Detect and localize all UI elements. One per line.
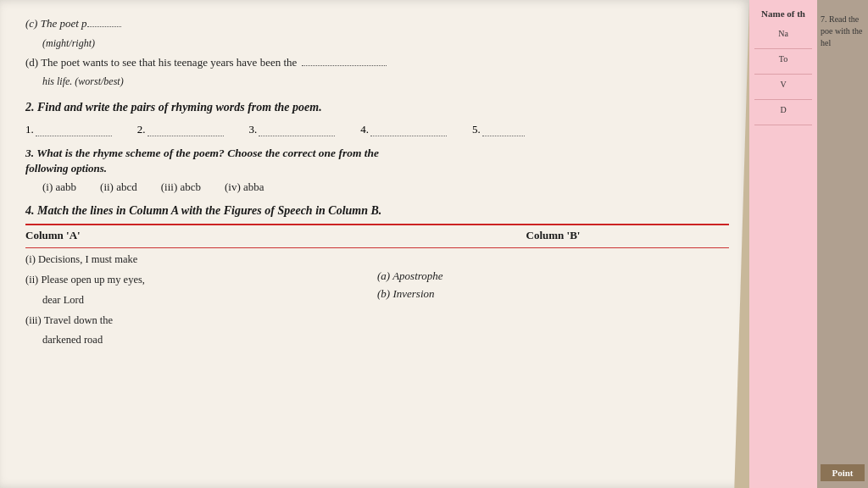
option-iv: (iv) abba <box>225 180 264 194</box>
rhyming-blanks: 1. 2. 3. 4. 5. <box>25 123 729 136</box>
column-a: Column 'A' (i) Decisions, I must make (i… <box>25 224 377 352</box>
column-b: Column 'B' (a) Apostrophe (b) Inversion <box>377 224 729 352</box>
sidebar-row-4: D <box>754 100 812 125</box>
col-a-header: Column 'A' <box>25 229 377 242</box>
section-3: 3. What is the rhyme scheme of the poem?… <box>25 145 729 194</box>
sidebar-row-3: V <box>754 75 812 100</box>
col-b-underline <box>377 247 729 248</box>
section-4-title: 4. Match the lines in Column A with the … <box>25 202 729 219</box>
col-a-item-3b: darkened road <box>42 332 377 348</box>
far-right-column: 7. Read the poe with the hel Point <box>817 0 868 488</box>
content-top: (c) The poet p (might/right) (d) The poe… <box>25 15 729 89</box>
point-box: Point <box>821 464 865 481</box>
col-a-item-2b: dear Lord <box>42 292 377 308</box>
option-c: (c) The poet p <box>25 15 729 32</box>
right-sidebar: Name of th Na To V D <box>749 0 817 488</box>
section-2: 2. Find and write the pairs of rhyming w… <box>25 99 729 136</box>
rhyme-options: (i) aabb (ii) abcd (iii) abcb (iv) abba <box>42 180 729 194</box>
section-3-title: 3. What is the rhyme scheme of the poem?… <box>25 145 729 162</box>
book-page: (c) The poet p (might/right) (d) The poe… <box>0 0 749 488</box>
col-b-header: Column 'B' <box>377 229 729 242</box>
section-4: 4. Match the lines in Column A with the … <box>25 202 729 352</box>
option-i: (i) aabb <box>42 180 76 194</box>
col-a-item-3: (iii) Travel down the <box>25 313 377 329</box>
option-iii: (iii) abcb <box>161 180 201 194</box>
col-a-item-1: (i) Decisions, I must make <box>25 252 377 268</box>
col-a-underline <box>25 247 377 248</box>
sidebar-row-2: To <box>754 49 812 75</box>
col-b-item-b: (b) Inversion <box>377 287 729 301</box>
columns-wrapper: Column 'A' (i) Decisions, I must make (i… <box>25 224 729 352</box>
sidebar-row-1: Na <box>754 24 812 49</box>
option-ii: (ii) abcd <box>100 180 137 194</box>
col-b-item-a: (a) Apostrophe <box>377 269 729 283</box>
read-section: 7. Read the poe with the hel <box>821 14 865 49</box>
sidebar-name-label: Name of th <box>754 8 812 19</box>
option-c-sub: (might/right) <box>42 36 729 51</box>
col-a-item-2: (ii) Please open up my eyes, <box>25 272 377 288</box>
section-3-sub: following options. <box>25 162 729 175</box>
col-b-item-1 <box>377 252 729 265</box>
page-container: (c) The poet p (might/right) (d) The poe… <box>0 0 868 488</box>
option-d-sub: his life. (worst/best) <box>42 74 729 89</box>
section-2-title: 2. Find and write the pairs of rhyming w… <box>25 99 729 116</box>
option-d: (d) The poet wants to see that his teena… <box>25 54 729 71</box>
